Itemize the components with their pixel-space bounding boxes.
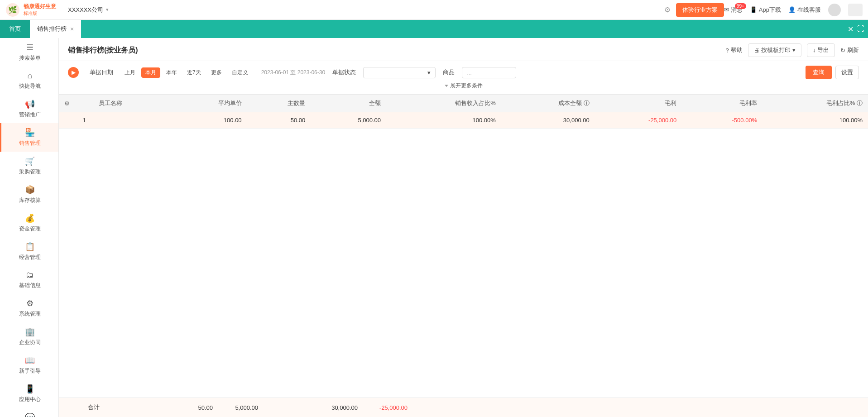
sidebar-item-label: 销售管理	[19, 139, 41, 147]
refresh-button[interactable]: ↻ 刷新	[840, 46, 859, 54]
sidebar-item-finance[interactable]: 💰 资金管理	[0, 209, 58, 237]
sidebar-item-quicknav[interactable]: ⌂ 快捷导航	[0, 67, 58, 95]
settings-icon[interactable]: ⚙	[662, 4, 672, 16]
chevron-down-icon: ▾	[792, 47, 796, 53]
system-icon: ⚙	[26, 298, 34, 308]
sidebar-item-system[interactable]: ⚙ 系统管理	[0, 294, 58, 322]
footer-cost-amount: 30,000.00	[313, 403, 363, 413]
this-month-button[interactable]: 本月	[141, 67, 160, 78]
footer-qty: 50.00	[182, 403, 218, 413]
template-print-label: 按模板打印	[761, 47, 791, 53]
expand-more-button[interactable]: 展开更多条件	[445, 82, 483, 90]
expand-row: 展开更多条件	[68, 82, 859, 90]
th-avg-price: 平均单价	[170, 95, 247, 112]
close-window-button[interactable]: ✕	[848, 25, 854, 34]
headset-icon: 👤	[788, 6, 796, 13]
tab-home[interactable]: 首页	[0, 20, 30, 38]
more-date-button[interactable]: 更多	[207, 67, 226, 78]
top-bar: 🌿 畅康通好生意 标准版 XXXXXX公司 ▾ ⚙ 体验行业方案 ✉ 消息 99…	[0, 0, 868, 20]
inventory-icon: 📦	[25, 185, 35, 195]
td-employee	[93, 112, 170, 129]
page-title: 销售排行榜(按业务员)	[68, 46, 138, 55]
sidebar-item-label: 企业协同	[19, 339, 41, 346]
sidebar-item-guide[interactable]: 📖 新手引导	[0, 351, 58, 379]
this-year-button[interactable]: 本年	[162, 67, 181, 78]
sidebar-item-marketing[interactable]: 📢 营销推广	[0, 95, 58, 123]
home-icon: ⌂	[28, 71, 33, 81]
last-7-days-button[interactable]: 近7天	[183, 67, 205, 78]
export-button[interactable]: ↓ 导出	[807, 43, 835, 57]
td-settings	[59, 112, 75, 129]
export-icon: ↓	[813, 47, 816, 53]
goods-input[interactable]: ...	[462, 67, 516, 78]
refresh-icon: ↻	[840, 47, 845, 54]
footer-amount: 5,000.00	[218, 403, 264, 413]
query-button[interactable]: 查询	[806, 66, 832, 79]
td-avg-price: 100.00	[170, 112, 247, 129]
page-actions: ? 帮助 🖨 按模板打印 ▾ ↓ 导出 ↻ 刷新	[725, 43, 859, 57]
sidebar-item-label: 采购管理	[19, 168, 41, 176]
sidebar-item-label: 新手引导	[19, 367, 41, 375]
status-select[interactable]: ▾	[363, 67, 436, 78]
th-settings[interactable]: ⚙	[59, 95, 75, 112]
footer-total-label: 合计	[82, 402, 137, 413]
enterprise-icon: 🏢	[25, 327, 35, 337]
footer-label	[64, 406, 82, 409]
sidebar-item-label: 库存核算	[19, 197, 41, 204]
sidebar-item-enterprise[interactable]: 🏢 企业协同	[0, 322, 58, 351]
help-label: 帮助	[731, 46, 743, 54]
operations-icon: 📋	[25, 242, 35, 252]
chevron-down-icon: ▾	[106, 7, 109, 13]
user-avatar[interactable]	[828, 4, 841, 16]
user-name[interactable]	[848, 4, 863, 16]
th-gross-ratio: 毛利占比% ⓘ	[762, 95, 868, 112]
td-rank: 1	[75, 112, 93, 129]
sidebar-item-basicinfo[interactable]: 🗂 基础信息	[0, 266, 58, 294]
trial-button[interactable]: 体验行业方案	[676, 3, 724, 17]
td-sales-ratio: 100.00%	[386, 112, 501, 129]
tab-close-button[interactable]: ×	[70, 25, 74, 33]
export-label: 导出	[817, 47, 829, 53]
help-icon: ?	[725, 47, 729, 54]
sidebar-item-appcenter[interactable]: 📱 应用中心	[0, 379, 58, 408]
td-amount: 5,000.00	[311, 112, 386, 129]
help-button[interactable]: ? 帮助	[725, 46, 742, 54]
sidebar-item-purchase[interactable]: 🛒 采购管理	[0, 152, 58, 180]
footer-gross: -25,000.00	[363, 403, 413, 413]
phone-icon: 📱	[750, 6, 757, 13]
custom-date-button[interactable]: 自定义	[228, 67, 252, 78]
td-cost-amount: 30,000.00	[501, 112, 595, 129]
message-icon: ✉	[724, 6, 729, 13]
sidebar-item-inventory[interactable]: 📦 库存核算	[0, 180, 58, 209]
filter-toggle-button[interactable]: ▶	[68, 67, 79, 78]
settings-button[interactable]: 设置	[835, 66, 859, 79]
sidebar-item-label: 资金管理	[19, 225, 41, 233]
th-rank	[75, 95, 93, 112]
maximize-button[interactable]: ⛶	[857, 25, 864, 33]
page-header: 销售排行榜(按业务员) ? 帮助 🖨 按模板打印 ▾ ↓ 导出 ↻ 刷新	[59, 38, 868, 61]
last-month-button[interactable]: 上月	[120, 67, 139, 78]
template-print-button[interactable]: 🖨 按模板打印 ▾	[748, 43, 801, 57]
online-service-button[interactable]: 👤 在线客服	[788, 6, 821, 14]
svg-text:🌿: 🌿	[8, 5, 17, 14]
sidebar-item-sales[interactable]: 🏪 销售管理	[0, 123, 58, 152]
guide-icon: 📖	[25, 355, 35, 365]
tab-sales-ranking[interactable]: 销售排行榜 ×	[30, 20, 81, 38]
sales-ranking-table: ⚙ 员工名称 平均单价 主数量 全额 销售收入占比% 成本全额 ⓘ 毛利 毛利率…	[59, 95, 868, 129]
sidebar-item-label: 经营管理	[19, 254, 41, 261]
sidebar-item-operations[interactable]: 📋 经营管理	[0, 237, 58, 266]
footer-sales-ratio	[264, 406, 313, 409]
goods-filter-label: 商品	[443, 68, 455, 77]
company-selector[interactable]: XXXXXX公司 ▾	[68, 6, 662, 14]
app-download-button[interactable]: 📱 App下载	[750, 6, 781, 14]
sidebar-item-wechat[interactable]: 💬 企业微信	[0, 408, 58, 417]
message-button[interactable]: ✉ 消息 99+	[724, 6, 743, 14]
marketing-icon: 📢	[25, 99, 35, 109]
status-filter-label: 单据状态	[332, 68, 356, 77]
finance-icon: 💰	[25, 213, 35, 223]
td-qty: 50.00	[247, 112, 311, 129]
expand-label: 展开更多条件	[450, 82, 483, 90]
date-filter-label: 单据日期	[90, 68, 113, 77]
sidebar-item-search[interactable]: ☰ 搜索菜单	[0, 38, 58, 67]
table-header-row: ⚙ 员工名称 平均单价 主数量 全额 销售收入占比% 成本全额 ⓘ 毛利 毛利率…	[59, 95, 868, 112]
